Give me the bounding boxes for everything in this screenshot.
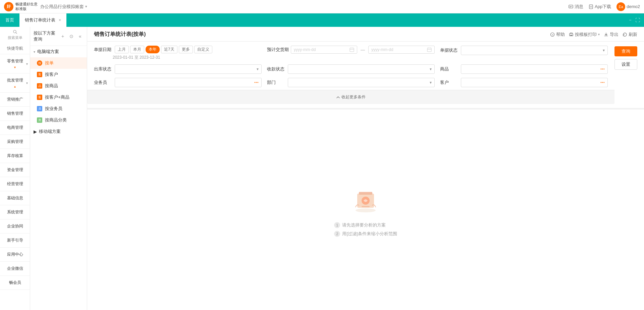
group-arrow-icon: ▾ [34, 50, 35, 54]
tab-sales-order[interactable]: 销售订单统计表 × [19, 13, 66, 27]
scheme-by-customer-goods[interactable]: 客 按客户+商品 [30, 92, 87, 103]
sidebar-item-app-center[interactable]: 应用中心 [0, 248, 30, 262]
page-header: 销售订单统计表(按单) ? 帮助 按模板打印 ▾ [87, 27, 644, 42]
scheme-by-salesperson[interactable]: 员 按业务员 [30, 103, 87, 114]
date-filter-group: 单据日期 上月 本月 本年 近7天 更多 自定义 [94, 46, 262, 60]
avatar: Ea [616, 2, 625, 11]
collapse-filter-btn[interactable]: 收起更多条件 [87, 92, 614, 103]
more-date-btn[interactable]: 更多 [179, 46, 193, 53]
help-btn[interactable]: ? 帮助 [550, 32, 565, 38]
out-status-select[interactable]: ▾ [115, 64, 262, 74]
department-filter: 部门 ▾ [267, 78, 435, 87]
sidebar-item-system[interactable]: 系统管理 [0, 205, 30, 219]
status-select[interactable]: ▾ [461, 46, 608, 55]
edit-scheme-btn[interactable]: ⊙ [68, 33, 75, 40]
svg-point-9 [356, 208, 376, 212]
sidebar-item-enterprise-wechat[interactable]: 企业微信 [0, 262, 30, 276]
export-btn[interactable]: 导出 [604, 32, 619, 38]
last-7days-btn[interactable]: 近7天 [161, 46, 177, 53]
maximize-icon[interactable]: ⛶ [635, 17, 640, 23]
app-title: 办公用品行业模拟账套 ▾ [40, 4, 87, 10]
minimize-icon[interactable]: － [628, 17, 633, 23]
customer-filter: 客户 ··· [440, 78, 608, 87]
scheme-icon-salesperson: 员 [37, 106, 42, 111]
date-range-text: 2023-01-01 至 2023-12-31 [94, 55, 262, 60]
message-btn[interactable]: 消息 [569, 4, 583, 10]
page-header-top: 销售订单统计表(按单) ? 帮助 按模板打印 ▾ [94, 31, 637, 38]
expected-date-label: 预计交货期 [267, 47, 289, 53]
sidebar-item-ecommerce[interactable]: 电商管理 [0, 121, 30, 135]
empty-tip-1: 1 请先选择要分析的方案 [334, 221, 397, 229]
expected-date-start[interactable]: yyyy-mm-dd [291, 46, 357, 54]
goods-label: 商品 [440, 66, 459, 72]
out-status-label: 出库状态 [94, 66, 113, 72]
sidebar-item-member[interactable]: 畅会员 [0, 276, 30, 290]
tab-close-icon[interactable]: × [59, 18, 61, 22]
top-bar-left: 好 畅捷通好生意 标准版 办公用品行业模拟账套 ▾ [4, 2, 87, 11]
collection-status-select[interactable]: ▾ [288, 64, 435, 74]
setting-button[interactable]: 设置 [614, 59, 637, 70]
template-print-btn[interactable]: 按模板打印 ▾ [569, 32, 600, 38]
custom-date-btn[interactable]: 自定义 [194, 46, 212, 53]
sidebar-item-inventory[interactable]: 库存核算 [0, 149, 30, 163]
salesperson-filter: 业务员 ··· [94, 78, 262, 87]
top-bar-right: 消息 App下载 Ea demo2 [569, 2, 640, 11]
tab-home[interactable]: 首页 [0, 13, 19, 27]
mobile-group-arrow-icon: ▶ [34, 129, 37, 134]
sidebar-quick-nav[interactable]: 快捷导航 [0, 43, 30, 54]
left-panel: 按以下方案查询 + ⊙ « ▾ 电脑端方案 按 按单 客 按客 [30, 27, 87, 310]
collapse-panel-btn[interactable]: « [77, 33, 84, 40]
app-download-btn[interactable]: App下载 [589, 4, 611, 10]
date-buttons: 上月 本月 本年 近7天 更多 自定义 [115, 46, 212, 53]
scheme-by-goods[interactable]: 品 按商品 [30, 80, 87, 92]
last-month-btn[interactable]: 上月 [115, 46, 129, 53]
sidebar-item-cooperation[interactable]: 企业协同 [0, 219, 30, 234]
svg-rect-7 [350, 48, 354, 52]
page-title: 销售订单统计表(按单) [94, 31, 146, 38]
sidebar-item-newbie[interactable]: 新手引导 [0, 234, 30, 248]
add-scheme-btn[interactable]: + [59, 33, 66, 40]
scheme-by-order[interactable]: 按 按单 [30, 57, 87, 69]
sidebar-item-basic[interactable]: 基础信息 [0, 191, 30, 205]
top-bar: 好 畅捷通好生意 标准版 办公用品行业模拟账套 ▾ 消息 App下载 Ea de… [0, 0, 644, 13]
this-month-btn[interactable]: 本月 [130, 46, 144, 53]
logo-icon: 好 [4, 2, 13, 11]
mobile-group-header[interactable]: ▶ 移动端方案 [30, 126, 87, 137]
status-label: 单据状态 [440, 47, 459, 53]
action-buttons: 查询 设置 [614, 46, 637, 70]
svg-rect-6 [570, 35, 572, 36]
sidebar-item-wholesale[interactable]: 批发管理 ▴ [0, 73, 30, 93]
desktop-group-header[interactable]: ▾ 电脑端方案 [30, 46, 87, 57]
sidebar-item-retail[interactable]: 零售管理 ▾ [0, 54, 30, 73]
department-label: 部门 [267, 80, 286, 86]
scheme-icon-category: 类 [37, 117, 42, 123]
sidebar-item-purchase[interactable]: 采购管理 [0, 135, 30, 149]
tip-num-2: 2 [334, 231, 340, 237]
search-button[interactable]: 查询 [614, 46, 637, 56]
customer-select[interactable]: ··· [461, 78, 608, 87]
scheme-icon-goods: 品 [37, 83, 42, 89]
calendar-icon-2 [427, 47, 432, 52]
desktop-scheme-group: ▾ 电脑端方案 按 按单 客 按客户 品 按商品 客 按客户+商品 [30, 46, 87, 126]
goods-filter: 商品 ··· [440, 64, 608, 74]
refresh-btn[interactable]: 刷新 [623, 32, 637, 38]
tip-num-1: 1 [334, 222, 340, 228]
scheme-by-customer[interactable]: 客 按客户 [30, 69, 87, 80]
salesperson-select[interactable]: ··· [115, 78, 262, 87]
sidebar-item-sales[interactable]: 销售管理 [0, 107, 30, 121]
tab-bar-actions: － ⛶ [628, 17, 644, 23]
sidebar-item-finance[interactable]: 资金管理 [0, 163, 30, 177]
sidebar-item-operation[interactable]: 经营管理 [0, 177, 30, 191]
sidebar-search[interactable]: 搜索菜单 [0, 27, 30, 43]
sidebar-item-marketing[interactable]: 营销推广 [0, 93, 30, 107]
user-area[interactable]: Ea demo2 [616, 2, 640, 11]
expected-date-end[interactable]: yyyy-mm-dd [368, 46, 435, 54]
scheme-by-category[interactable]: 类 按商品分类 [30, 114, 87, 126]
out-status-filter: 出库状态 ▾ [94, 64, 262, 74]
svg-rect-13 [362, 206, 370, 207]
filter-area: 单据日期 上月 本月 本年 近7天 更多 自定义 [87, 42, 644, 108]
this-year-btn[interactable]: 本年 [146, 46, 160, 53]
goods-select[interactable]: ··· [461, 64, 608, 74]
department-select[interactable]: ▾ [288, 78, 435, 87]
empty-tip-2: 2 用[过滤]条件来缩小分析范围 [334, 229, 397, 238]
